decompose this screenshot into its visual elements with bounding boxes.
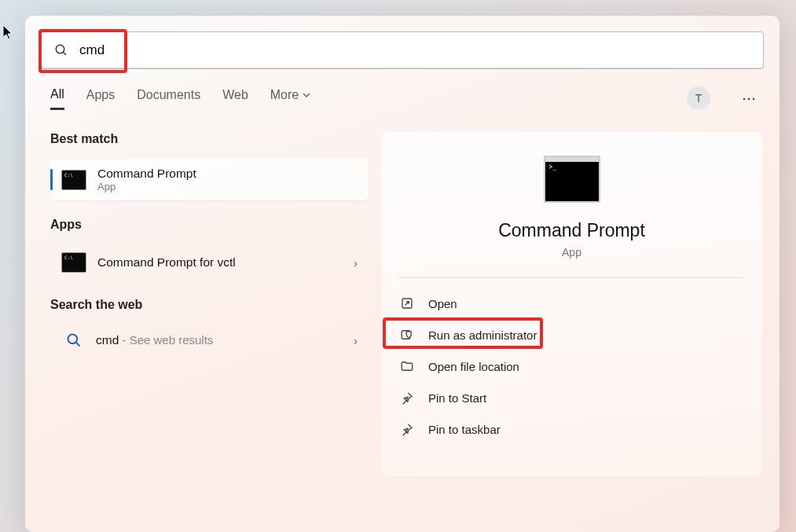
- user-avatar[interactable]: T: [687, 86, 710, 110]
- svg-point-0: [56, 45, 64, 53]
- result-app-cmdvctl[interactable]: Command Prompt for vctl ›: [50, 244, 369, 281]
- folder-icon: [400, 359, 414, 373]
- start-search-window: All Apps Documents Web More T ⋯ Best mat…: [25, 16, 779, 532]
- more-options-button[interactable]: ⋯: [737, 86, 761, 110]
- result-best-command-prompt[interactable]: Command Prompt App: [50, 159, 369, 200]
- command-prompt-icon: [544, 156, 600, 203]
- search-input[interactable]: [79, 42, 750, 58]
- action-open-location[interactable]: Open file location: [387, 350, 756, 382]
- result-title: Command Prompt for vctl: [97, 255, 236, 270]
- action-open[interactable]: Open: [387, 288, 756, 319]
- admin-shield-icon: [400, 328, 414, 342]
- action-label: Pin to Start: [428, 391, 486, 405]
- chevron-right-icon: ›: [354, 334, 358, 347]
- result-subtitle: App: [97, 181, 196, 193]
- chevron-right-icon: ›: [354, 256, 358, 270]
- action-pin-start[interactable]: Pin to Start: [387, 382, 756, 413]
- svg-point-2: [68, 335, 78, 344]
- preview-title: Command Prompt: [498, 220, 645, 241]
- section-apps: Apps: [50, 218, 369, 232]
- separator: [398, 277, 745, 278]
- tab-apps[interactable]: Apps: [86, 88, 115, 108]
- svg-line-3: [76, 343, 80, 347]
- action-run-as-admin[interactable]: Run as administrator: [387, 319, 756, 350]
- command-prompt-icon: [61, 170, 86, 190]
- tab-all[interactable]: All: [50, 87, 64, 110]
- section-best-match: Best match: [50, 132, 369, 146]
- section-web: Search the web: [50, 298, 369, 312]
- tab-more[interactable]: More: [270, 88, 311, 108]
- open-icon: [400, 296, 414, 310]
- results-panel: Best match Command Prompt App Apps Comma…: [50, 132, 369, 476]
- web-tail: - See web results: [119, 333, 213, 347]
- result-web-cmd[interactable]: cmd - See web results ›: [50, 325, 369, 356]
- action-label: Open file location: [428, 360, 519, 373]
- svg-line-1: [63, 52, 66, 55]
- tab-documents[interactable]: Documents: [137, 88, 200, 108]
- pin-icon: [400, 391, 414, 405]
- tab-web[interactable]: Web: [222, 88, 248, 108]
- action-pin-taskbar[interactable]: Pin to taskbar: [387, 413, 756, 445]
- result-title: Command Prompt: [97, 167, 196, 181]
- action-label: Run as administrator: [428, 328, 537, 342]
- pin-icon: [400, 422, 414, 436]
- command-prompt-icon: [61, 252, 86, 273]
- chevron-down-icon: [302, 90, 311, 100]
- details-panel: Command Prompt App Open Run as administr…: [381, 132, 762, 476]
- search-box[interactable]: [41, 31, 764, 69]
- action-label: Open: [428, 297, 457, 310]
- search-icon: [66, 332, 82, 348]
- web-query: cmd: [96, 333, 119, 347]
- search-icon: [54, 43, 68, 57]
- action-label: Pin to taskbar: [428, 423, 501, 436]
- preview-subtitle: App: [562, 246, 581, 259]
